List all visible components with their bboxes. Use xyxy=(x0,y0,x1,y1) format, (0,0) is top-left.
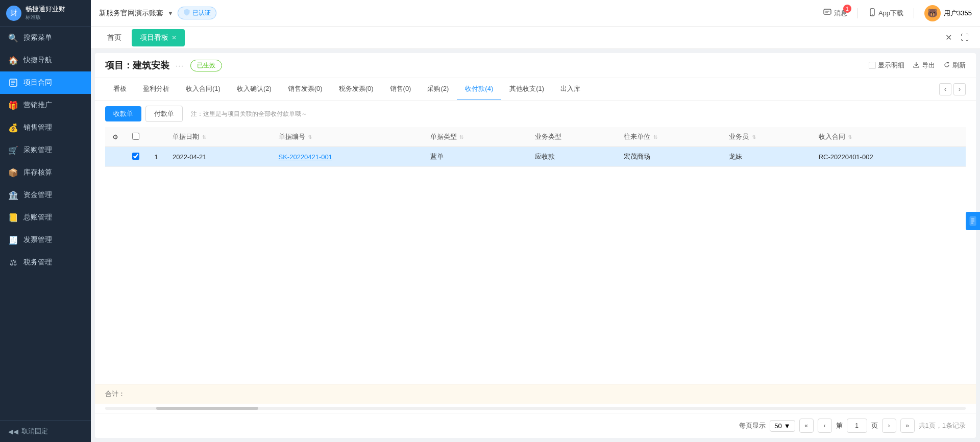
sidebar-item-finance[interactable]: 🏦 资金管理 xyxy=(0,184,91,206)
payments-filter-button[interactable]: 付款单 xyxy=(145,106,183,122)
next-page-button[interactable]: › xyxy=(882,419,896,433)
sidebar-item-label: 销售管理 xyxy=(23,123,52,132)
sidebar-item-search[interactable]: 🔍 搜索菜单 xyxy=(0,27,91,49)
per-page-label: 每页显示 xyxy=(739,421,766,430)
th-type[interactable]: 单据类型 ⇅ xyxy=(424,127,529,147)
sub-tab-sales-invoice[interactable]: 销售发票(0) xyxy=(280,78,331,101)
gear-icon: ⚙ xyxy=(112,133,118,141)
sub-tab-income-confirm[interactable]: 收入确认(2) xyxy=(229,78,280,101)
th-settings[interactable]: ⚙ xyxy=(105,127,126,147)
topbar-right: 消息 1 App下载 🐻 用户3355 xyxy=(823,5,972,21)
demo-account-text: 新服务官网演示账套 xyxy=(99,9,163,18)
sub-tab-next-button[interactable]: › xyxy=(953,83,966,95)
sub-tabs: 看板 盈利分析 收入合同(1) 收入确认(2) 销售发票(0) 税务发票(0) … xyxy=(95,78,976,101)
td-partner: 宏茂商场 xyxy=(618,147,723,167)
sidebar-logo: 财 畅捷通好业财 标准版 xyxy=(0,0,91,27)
svg-rect-5 xyxy=(870,9,874,16)
sub-tab-tax-invoice[interactable]: 税务发票(0) xyxy=(331,78,382,101)
scrollbar-thumb[interactable] xyxy=(156,407,258,410)
unpin-button[interactable]: ◀◀ 取消固定 xyxy=(0,420,91,442)
project-status-badge: 已生效 xyxy=(190,60,222,71)
horizontal-scrollbar[interactable] xyxy=(95,404,976,413)
sub-tab-receipts[interactable]: 收付款(4) xyxy=(457,78,501,101)
td-type: 蓝单 xyxy=(424,147,529,167)
messages-button[interactable]: 消息 1 xyxy=(823,8,847,18)
sidebar: 财 畅捷通好业财 标准版 🔍 搜索菜单 🏠 快捷导航 项目合同 xyxy=(0,0,91,442)
tab-close-icon[interactable]: ✕ xyxy=(172,34,177,41)
td-index: 1 xyxy=(146,147,166,167)
sidebar-item-label: 采购管理 xyxy=(23,145,52,155)
shield-icon xyxy=(183,9,190,17)
refresh-button[interactable]: 刷新 xyxy=(943,61,966,70)
dropdown-icon: ▼ xyxy=(784,422,791,430)
search-icon: 🔍 xyxy=(8,33,18,43)
row-checkbox[interactable] xyxy=(132,153,139,160)
sub-tab-profit[interactable]: 盈利分析 xyxy=(135,78,178,101)
sidebar-item-invoice[interactable]: 🧾 发票管理 xyxy=(0,229,91,251)
show-detail-checkbox[interactable]: 显示明细 xyxy=(869,61,904,70)
last-page-button[interactable]: » xyxy=(900,419,915,433)
tab-home[interactable]: 首页 xyxy=(99,29,130,46)
tax-icon: ⚖ xyxy=(8,257,18,267)
total-info: 共1页，1条记录 xyxy=(919,421,966,430)
tabbar: 首页 项目看板 ✕ ✕ ⛶ xyxy=(91,27,980,49)
message-icon xyxy=(823,8,832,18)
sidebar-item-sales[interactable]: 💰 销售管理 xyxy=(0,116,91,139)
first-page-button[interactable]: « xyxy=(799,419,814,433)
sidebar-item-label: 搜索菜单 xyxy=(23,33,52,42)
export-button[interactable]: 导出 xyxy=(913,61,935,70)
sidebar-item-quick-nav[interactable]: 🏠 快捷导航 xyxy=(0,49,91,71)
sub-tab-inout[interactable]: 出入库 xyxy=(552,78,589,101)
cart-icon: 🛒 xyxy=(8,145,18,155)
topbar: 新服务官网演示账套 ▼ 已认证 消息 1 xyxy=(91,0,980,27)
sub-tab-prev-button[interactable]: ‹ xyxy=(939,83,951,95)
content-panel: 项目：建筑安装 ··· 已生效 显示明细 导出 xyxy=(95,53,976,438)
sidebar-item-tax[interactable]: ⚖ 税务管理 xyxy=(0,251,91,274)
divider-2 xyxy=(914,8,914,18)
maximize-window-button[interactable]: ⛶ xyxy=(958,31,972,45)
sub-tab-other[interactable]: 其他收支(1) xyxy=(501,78,552,101)
table-row[interactable]: 1 2022-04-21 SK-20220421-001 蓝单 应收款 宏茂商场… xyxy=(105,147,966,167)
th-date[interactable]: 单据日期 ⇅ xyxy=(166,127,273,147)
per-page-select[interactable]: 50 ▼ xyxy=(770,420,795,432)
bank-icon: 🏦 xyxy=(8,190,18,200)
th-salesperson[interactable]: 业务员 ⇅ xyxy=(723,127,813,147)
project-more-button[interactable]: ··· xyxy=(176,62,184,69)
sidebar-nav-list: 🔍 搜索菜单 🏠 快捷导航 项目合同 🎁 营销推广 💰 销售管理 xyxy=(0,27,91,420)
filter-note: 注：这里是与项目关联的全部收付款单哦～ xyxy=(191,110,307,118)
sub-tab-kanban[interactable]: 看板 xyxy=(105,78,135,101)
tab-project-board-label: 项目看板 xyxy=(140,33,168,42)
sidebar-item-project-contract[interactable]: 项目合同 xyxy=(0,71,91,94)
sidebar-item-ledger[interactable]: 📒 总账管理 xyxy=(0,206,91,229)
sub-tab-income-contract[interactable]: 收入合同(1) xyxy=(178,78,229,101)
right-panel-button[interactable] xyxy=(966,212,980,230)
account-dropdown-button[interactable]: ▼ xyxy=(167,10,174,17)
table-header-row: ⚙ 单据日期 ⇅ 单据编号 ⇅ xyxy=(105,127,966,147)
sub-tab-sales[interactable]: 销售(0) xyxy=(382,78,420,101)
td-settings xyxy=(105,147,126,167)
td-biz-type: 应收款 xyxy=(529,147,618,167)
td-checkbox[interactable] xyxy=(126,147,146,167)
app-download-button[interactable]: App下载 xyxy=(868,8,903,18)
page-suffix: 页 xyxy=(871,421,878,430)
current-page-input[interactable]: 1 xyxy=(847,419,867,433)
td-number[interactable]: SK-20220421-001 xyxy=(273,147,424,167)
sidebar-item-marketing[interactable]: 🎁 营销推广 xyxy=(0,94,91,116)
user-menu[interactable]: 🐻 用户3355 xyxy=(924,5,972,21)
sidebar-item-label: 发票管理 xyxy=(23,235,52,244)
th-partner[interactable]: 往来单位 ⇅ xyxy=(618,127,723,147)
sidebar-item-label: 总账管理 xyxy=(23,213,52,222)
sub-tab-purchase[interactable]: 采购(2) xyxy=(419,78,457,101)
tab-home-label: 首页 xyxy=(107,33,121,42)
tab-project-board[interactable]: 项目看板 ✕ xyxy=(132,29,185,46)
select-all-checkbox[interactable] xyxy=(132,133,139,140)
receipts-filter-button[interactable]: 收款单 xyxy=(105,106,141,121)
checkbox-icon[interactable] xyxy=(869,62,876,69)
th-number[interactable]: 单据编号 ⇅ xyxy=(273,127,424,147)
close-window-button[interactable]: ✕ xyxy=(941,31,955,45)
sidebar-item-purchase[interactable]: 🛒 采购管理 xyxy=(0,139,91,161)
refresh-icon xyxy=(943,61,950,70)
sidebar-item-inventory[interactable]: 📦 库存核算 xyxy=(0,161,91,184)
prev-page-button[interactable]: ‹ xyxy=(818,419,832,433)
th-contract[interactable]: 收入合同 ⇅ xyxy=(813,127,966,147)
